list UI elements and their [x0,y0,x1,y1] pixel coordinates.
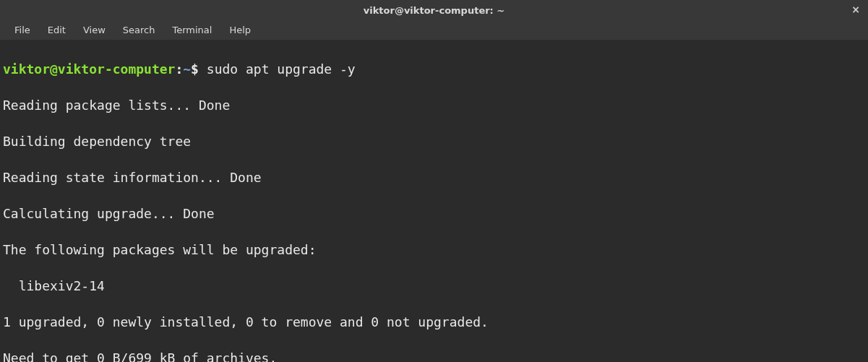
output-line: 1 upgraded, 0 newly installed, 0 to remo… [3,313,865,331]
command-text: sudo apt upgrade -y [207,61,356,77]
prompt-separator: : [175,61,183,77]
output-line: The following packages will be upgraded: [3,241,865,259]
output-line: Reading package lists... Done [3,96,865,114]
menu-file[interactable]: File [6,22,39,38]
menu-search[interactable]: Search [114,22,164,38]
prompt-user: viktor@viktor-computer [3,61,175,77]
output-line: libexiv2-14 [3,277,865,295]
menu-edit[interactable]: Edit [39,22,74,38]
output-line: Building dependency tree [3,132,865,150]
output-line: Need to get 0 B/699 kB of archives. [3,349,865,362]
window-title: viktor@viktor-computer: ~ [364,5,504,16]
menu-terminal[interactable]: Terminal [163,22,220,38]
window-titlebar: viktor@viktor-computer: ~ × [0,0,868,20]
terminal-body[interactable]: viktor@viktor-computer:~$ sudo apt upgra… [0,40,868,362]
menubar: File Edit View Search Terminal Help [0,20,868,40]
terminal-line: viktor@viktor-computer:~$ sudo apt upgra… [3,60,865,78]
prompt-path: ~ [183,61,191,77]
output-line: Reading state information... Done [3,168,865,186]
menu-help[interactable]: Help [220,22,259,38]
output-line: Calculating upgrade... Done [3,204,865,223]
prompt-dollar: $ [191,61,199,77]
menu-view[interactable]: View [74,22,114,38]
close-icon[interactable]: × [849,3,862,16]
